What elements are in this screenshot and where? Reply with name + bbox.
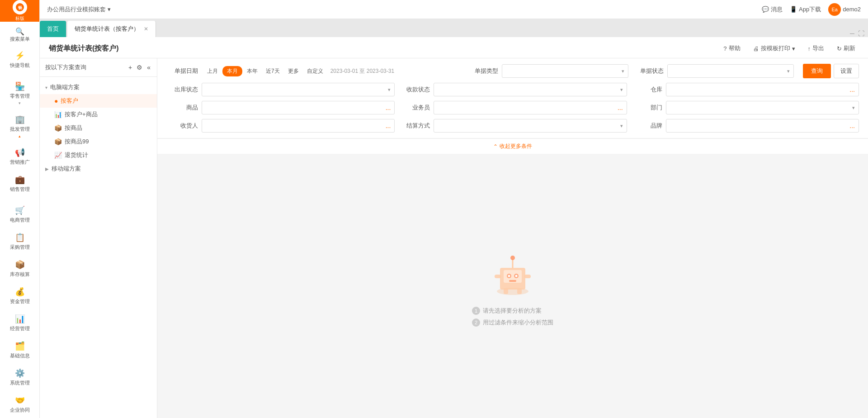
system-label: 系统管理 bbox=[10, 380, 30, 386]
operation-label: 经营管理 bbox=[10, 325, 30, 332]
date-last7-btn[interactable]: 近7天 bbox=[262, 66, 283, 76]
payment-status-select[interactable]: ▾ bbox=[434, 83, 627, 96]
search-menu-label: 搜索菜单 bbox=[0, 36, 40, 43]
collapse-bar[interactable]: ⌃ 收起更多条件 bbox=[157, 138, 868, 154]
panel-settings-btn[interactable]: ⚙ bbox=[136, 63, 143, 72]
sidebar-item-basic[interactable]: 🗂️ 基础信息 bbox=[0, 337, 40, 364]
tab-close-icon[interactable]: ✕ bbox=[144, 26, 148, 32]
enterprise-label: 企业协同 bbox=[10, 407, 30, 413]
doc-type-dropdown-icon: ▾ bbox=[622, 68, 624, 74]
ecommerce-label: 电商管理 bbox=[10, 217, 30, 223]
date-custom-btn[interactable]: 自定义 bbox=[303, 66, 327, 76]
svg-rect-14 bbox=[504, 289, 508, 294]
doc-status-select[interactable]: ▾ bbox=[667, 64, 794, 78]
salesperson-ellipsis: ... bbox=[618, 104, 623, 111]
avatar: Ea bbox=[828, 3, 841, 16]
filter-row-1: 单据日期 上月 本月 本年 近7天 更多 自定义 2023-03-01 至 20… bbox=[166, 64, 859, 78]
tree-item-by-customer-goods[interactable]: 📊 按客户+商品 bbox=[40, 108, 157, 121]
svg-point-8 bbox=[515, 275, 518, 277]
industry-selector[interactable]: 办公用品行业模拟账套 ▾ bbox=[47, 5, 111, 14]
marketing-icon: 📢 bbox=[15, 147, 25, 157]
by-goods-label: 按商品 bbox=[65, 124, 82, 132]
help-label: 帮助 bbox=[729, 44, 741, 52]
panel-add-btn[interactable]: + bbox=[127, 63, 133, 72]
app-download-btn[interactable]: 📱 App下载 bbox=[790, 5, 821, 14]
sidebar-item-marketing[interactable]: 📢 营销推广 bbox=[0, 143, 40, 170]
collapse-label: 收起更多条件 bbox=[500, 142, 532, 150]
print-btn[interactable]: 🖨 按模板打印 ▾ bbox=[750, 43, 799, 54]
goods-ellipsis: ... bbox=[386, 104, 391, 111]
sidebar-item-quicknav[interactable]: ⚡ 快捷导航 bbox=[0, 46, 40, 73]
date-this-year-btn[interactable]: 本年 bbox=[243, 66, 261, 76]
salesperson-select[interactable]: ... bbox=[434, 101, 627, 114]
tab-home[interactable]: 首页 bbox=[40, 21, 66, 37]
settings-btn[interactable]: 设置 bbox=[834, 64, 859, 78]
tree-group-mobile-arrow: ▶ bbox=[45, 166, 49, 171]
logo-icon: 畅 bbox=[13, 0, 27, 14]
tree-group-desktop-label: 电脑端方案 bbox=[50, 83, 80, 91]
tree-group-desktop-arrow: ▾ bbox=[45, 85, 47, 90]
content-area: 1 请先选择要分析的方案 2 用过滤条件来缩小分析范围 bbox=[157, 154, 868, 418]
sidebar-item-retail[interactable]: 🏪 零售管理 ▾ bbox=[0, 77, 40, 110]
tree-item-return-stat[interactable]: 📈 退货统计 bbox=[40, 148, 157, 162]
warehouse-select[interactable]: ... bbox=[666, 83, 859, 96]
user-profile[interactable]: Ea demo2 bbox=[828, 3, 861, 16]
filter-row-3: 商品 ... 业务员 ... 部门 ▾ bbox=[166, 101, 859, 114]
left-panel: 按以下方案查询 + ⚙ « ▾ 电脑端方案 bbox=[40, 58, 157, 418]
sidebar-item-wholesale[interactable]: 🏢 批发管理 ▴ bbox=[0, 110, 40, 143]
goods-select[interactable]: ... bbox=[202, 101, 395, 114]
page-actions: ? 帮助 🖨 按模板打印 ▾ ↑ 导出 ↻ 刷新 bbox=[720, 43, 859, 54]
out-status-select[interactable]: ▾ bbox=[202, 83, 395, 96]
svg-rect-15 bbox=[517, 289, 522, 294]
tip1-num: 1 bbox=[472, 307, 480, 315]
sidebar-logo[interactable]: 畅 标版 bbox=[0, 0, 40, 22]
left-panel-actions: + ⚙ « bbox=[127, 63, 151, 72]
query-btn[interactable]: 查询 bbox=[803, 64, 831, 78]
refresh-label: 刷新 bbox=[844, 44, 855, 52]
sidebar-item-finance[interactable]: 💰 资金管理 bbox=[0, 282, 40, 309]
inventory-label: 库存核算 bbox=[10, 271, 30, 278]
sidebar-item-ecommerce[interactable]: 🛒 电商管理 bbox=[0, 201, 40, 228]
date-quick-btns: 上月 本月 本年 近7天 更多 自定义 bbox=[202, 65, 329, 78]
filter-row-4: 收货人 ... 结算方式 ▾ 品牌 ... bbox=[166, 119, 859, 133]
right-section: 单据日期 上月 本月 本年 近7天 更多 自定义 2023-03-01 至 20… bbox=[157, 58, 868, 418]
tab-maximize-icon[interactable]: ⛶ bbox=[858, 30, 864, 37]
sidebar-item-sales[interactable]: 💼 销售管理 bbox=[0, 170, 40, 197]
doc-type-select[interactable]: ▾ bbox=[502, 64, 628, 78]
sidebar-item-inventory[interactable]: 📦 库存核算 bbox=[0, 255, 40, 282]
tab-minimize-icon[interactable]: ─ bbox=[850, 30, 854, 37]
date-prev-month-btn[interactable]: 上月 bbox=[203, 66, 222, 76]
sidebar-item-operation[interactable]: 📊 经营管理 bbox=[0, 309, 40, 337]
avatar-text: Ea bbox=[832, 7, 838, 12]
tree-item-by-goods-99[interactable]: 📦 按商品99 bbox=[40, 135, 157, 148]
brand-select[interactable]: ... bbox=[666, 119, 859, 133]
date-more-btn[interactable]: 更多 bbox=[284, 66, 302, 76]
sidebar-item-system[interactable]: ⚙️ 系统管理 bbox=[0, 364, 40, 391]
ecommerce-icon: 🛒 bbox=[15, 205, 25, 215]
export-btn[interactable]: ↑ 导出 bbox=[804, 43, 828, 54]
date-this-month-btn[interactable]: 本月 bbox=[222, 66, 242, 76]
tree-group-mobile-header[interactable]: ▶ 移动端方案 bbox=[40, 162, 157, 176]
settlement-dropdown-icon: ▾ bbox=[620, 123, 623, 129]
tree-group-desktop-header[interactable]: ▾ 电脑端方案 bbox=[40, 81, 157, 94]
help-btn[interactable]: ? 帮助 bbox=[720, 43, 744, 54]
tab-sales-stat[interactable]: 销货单统计表（按客户） ✕ bbox=[67, 21, 156, 37]
sidebar-item-purchase[interactable]: 📋 采购管理 bbox=[0, 228, 40, 255]
search-menu-item[interactable]: 🔍 搜索菜单 bbox=[0, 22, 40, 46]
out-status-label: 出库状态 bbox=[166, 86, 198, 94]
empty-tip-1: 1 请先选择要分析的方案 bbox=[472, 307, 553, 315]
empty-tip-2: 2 用过滤条件来缩小分析范围 bbox=[472, 318, 553, 327]
department-select[interactable]: ▾ bbox=[666, 101, 859, 114]
message-label: 消息 bbox=[771, 5, 783, 14]
payment-status-dropdown-icon: ▾ bbox=[620, 87, 623, 93]
settlement-select[interactable]: ▾ bbox=[434, 119, 627, 133]
sidebar-item-enterprise[interactable]: 🤝 企业协同 bbox=[0, 391, 40, 418]
refresh-btn[interactable]: ↻ 刷新 bbox=[833, 43, 859, 54]
message-btn[interactable]: 💬 消息 bbox=[762, 5, 783, 14]
svg-rect-12 bbox=[495, 275, 501, 278]
tree-item-by-goods[interactable]: 📦 按商品 bbox=[40, 121, 157, 135]
tree-item-by-customer[interactable]: ● 按客户 bbox=[40, 94, 157, 108]
receiver-select[interactable]: ... bbox=[202, 119, 395, 133]
warehouse-ellipsis: ... bbox=[849, 86, 855, 93]
panel-collapse-btn[interactable]: « bbox=[146, 63, 151, 72]
